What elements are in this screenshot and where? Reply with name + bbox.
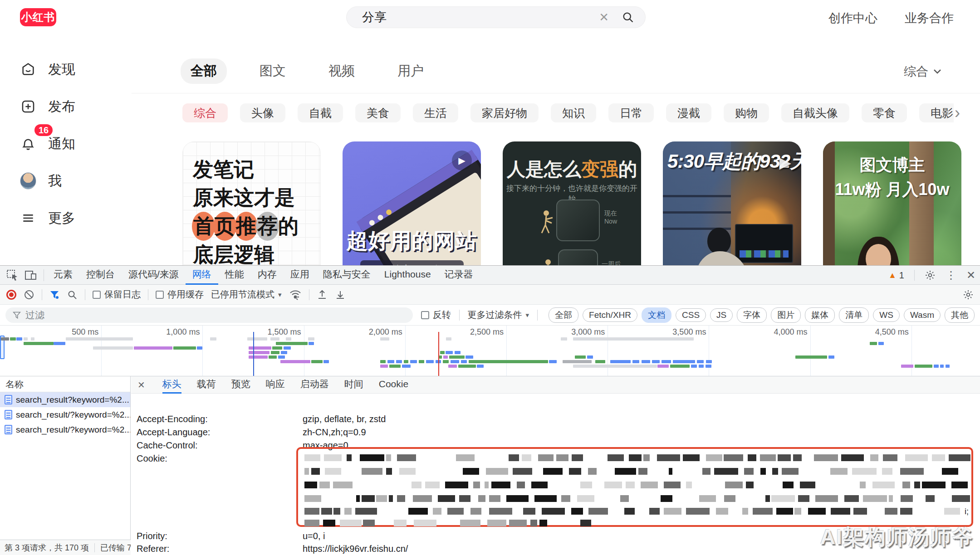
- network-overview-waterfall[interactable]: 500 ms1,000 ms1,500 ms2,000 ms2,500 ms3,…: [0, 326, 980, 376]
- category-chip[interactable]: 漫截: [666, 103, 711, 122]
- filter-input[interactable]: 过滤: [5, 307, 413, 323]
- throttling-dropdown[interactable]: 已停用节流模式 ▾: [211, 288, 282, 301]
- close-details-icon[interactable]: ✕: [137, 380, 145, 390]
- devtools-tab-元素[interactable]: 元素: [47, 266, 79, 285]
- category-chip[interactable]: 综合: [182, 103, 228, 122]
- waterfall-bar: [249, 346, 271, 350]
- device-toolbar-icon[interactable]: [24, 270, 37, 281]
- tab-视频[interactable]: 视频: [318, 58, 365, 84]
- category-chip[interactable]: 电影: [919, 103, 954, 122]
- category-chip[interactable]: 美食: [355, 103, 401, 122]
- waterfall-bar: [563, 360, 592, 363]
- name-column-header[interactable]: 名称: [0, 376, 130, 392]
- filter-type-chip[interactable]: 全部: [549, 307, 578, 323]
- import-har-icon[interactable]: [317, 289, 328, 300]
- details-tab-预览[interactable]: 预览: [231, 376, 250, 394]
- details-tab-启动器[interactable]: 启动器: [300, 376, 329, 394]
- business-coop-link[interactable]: 业务合作: [905, 10, 954, 26]
- note-card-2[interactable]: ▶ 超好用的网站 录屏秒变PDF教程: [343, 141, 481, 265]
- note-card-3[interactable]: 人是怎么变强的 接下来的十分钟，也许就是你变强的开始 现在Now 一周后One …: [503, 141, 641, 265]
- clear-search-icon[interactable]: ✕: [599, 10, 609, 24]
- category-chip[interactable]: 头像: [240, 103, 285, 122]
- chips-overflow-chevron-icon[interactable]: ›: [955, 104, 960, 122]
- sidebar-item-publish[interactable]: 发布: [20, 95, 124, 118]
- filter-type-chip[interactable]: JS: [710, 308, 733, 322]
- sidebar-item-discover[interactable]: 发现: [20, 58, 124, 81]
- search-input[interactable]: 分享: [362, 9, 599, 25]
- filter-type-chip[interactable]: 图片: [771, 307, 801, 323]
- tab-图文[interactable]: 图文: [250, 58, 296, 84]
- note-card-5[interactable]: 图文博主 11w粉 月入10w: [823, 141, 961, 265]
- cookie-value-tail: i;: [965, 507, 969, 516]
- devtools-tab-控制台[interactable]: 控制台: [79, 266, 122, 285]
- category-chip[interactable]: 知识: [551, 103, 596, 122]
- search-icon[interactable]: [622, 11, 634, 24]
- devtools-tab-内存[interactable]: 内存: [251, 266, 284, 285]
- devtools-tab-性能[interactable]: 性能: [218, 266, 251, 285]
- waterfall-bar: [1, 337, 9, 341]
- details-tab-Cookie[interactable]: Cookie: [379, 376, 408, 394]
- filter-type-chip[interactable]: Fetch/XHR: [583, 308, 637, 322]
- request-row[interactable]: search_result/?keyword=%2...: [0, 422, 130, 437]
- preserve-log-checkbox[interactable]: 保留日志: [93, 288, 141, 301]
- sort-dropdown[interactable]: 综合: [904, 63, 942, 80]
- category-chip[interactable]: 自截: [298, 103, 343, 122]
- card1-line2: 原来这才是: [193, 184, 299, 212]
- waterfall-bar: [575, 355, 586, 359]
- sidebar-item-more[interactable]: 更多: [20, 207, 124, 229]
- devtools-tab-Lighthouse[interactable]: Lighthouse: [377, 266, 438, 285]
- tab-用户[interactable]: 用户: [387, 58, 434, 84]
- tick-label: 4,500 ms: [875, 327, 909, 337]
- category-chip[interactable]: 家居好物: [470, 103, 539, 122]
- category-chip[interactable]: 日常: [608, 103, 654, 122]
- category-chip[interactable]: 自截头像: [781, 103, 849, 122]
- sidebar-item-notify[interactable]: 通知16: [20, 132, 124, 155]
- category-chip[interactable]: 生活: [413, 103, 458, 122]
- category-chip[interactable]: 零食: [862, 103, 907, 122]
- filter-funnel-icon[interactable]: [49, 290, 59, 300]
- filter-type-chip[interactable]: 字体: [737, 307, 767, 323]
- details-tab-时间[interactable]: 时间: [344, 376, 363, 394]
- filter-type-chip[interactable]: 文档: [642, 307, 671, 323]
- invert-filter-checkbox[interactable]: 反转: [421, 309, 451, 321]
- network-settings-gear-icon[interactable]: [963, 289, 974, 300]
- settings-gear-icon[interactable]: [925, 270, 936, 281]
- search-network-icon[interactable]: [67, 289, 78, 300]
- waterfall-bar: [380, 360, 386, 363]
- record-network-log-icon[interactable]: [6, 290, 16, 300]
- inspect-element-icon[interactable]: [6, 269, 18, 281]
- sidebar-item-me[interactable]: 我: [20, 170, 124, 192]
- request-row[interactable]: search_result?keyword=%2...: [0, 392, 130, 407]
- network-conditions-icon[interactable]: [289, 289, 302, 301]
- details-tab-载荷[interactable]: 载荷: [197, 376, 216, 394]
- waterfall-bar: [271, 351, 279, 354]
- search-bar[interactable]: 分享 ✕: [346, 6, 646, 28]
- note-card-4[interactable]: 5:30早起的932天 ▶: [663, 141, 801, 265]
- devtools-tab-隐私与安全[interactable]: 隐私与安全: [316, 266, 377, 285]
- xiaohongshu-logo[interactable]: 小红书: [20, 8, 56, 26]
- filter-type-chip[interactable]: CSS: [676, 308, 706, 322]
- note-card-1[interactable]: 发笔记 原来这才是 首页推荐的 底层逻辑: [182, 141, 321, 265]
- creator-center-link[interactable]: 创作中心: [828, 10, 877, 26]
- more-filters-dropdown[interactable]: 更多过滤条件 ▾: [468, 309, 529, 321]
- devtools-tab-应用[interactable]: 应用: [284, 266, 316, 285]
- request-row[interactable]: search_result/?keyword=%2...: [0, 407, 130, 422]
- filter-type-chip[interactable]: 清单: [839, 307, 869, 323]
- warning-counter[interactable]: ▲ 1: [888, 270, 904, 281]
- kebab-menu-icon[interactable]: ⋮: [946, 270, 956, 281]
- disable-cache-checkbox[interactable]: 停用缓存: [156, 288, 204, 301]
- filter-type-chip[interactable]: 媒体: [805, 307, 835, 323]
- close-devtools-icon[interactable]: ✕: [966, 270, 975, 281]
- filter-type-chip[interactable]: 其他: [945, 307, 975, 323]
- tab-全部[interactable]: 全部: [181, 58, 227, 84]
- details-tab-标头[interactable]: 标头: [162, 376, 181, 394]
- devtools-tab-网络[interactable]: 网络: [186, 266, 218, 285]
- filter-type-chip[interactable]: Wasm: [904, 308, 941, 322]
- devtools-tab-源代码/来源[interactable]: 源代码/来源: [122, 266, 186, 285]
- export-har-icon[interactable]: [335, 289, 346, 300]
- category-chip[interactable]: 购物: [724, 103, 769, 122]
- details-tab-响应[interactable]: 响应: [266, 376, 285, 394]
- filter-type-chip[interactable]: WS: [873, 308, 900, 322]
- devtools-tab-记录器[interactable]: 记录器: [438, 266, 480, 285]
- clear-network-log-icon[interactable]: [24, 289, 34, 300]
